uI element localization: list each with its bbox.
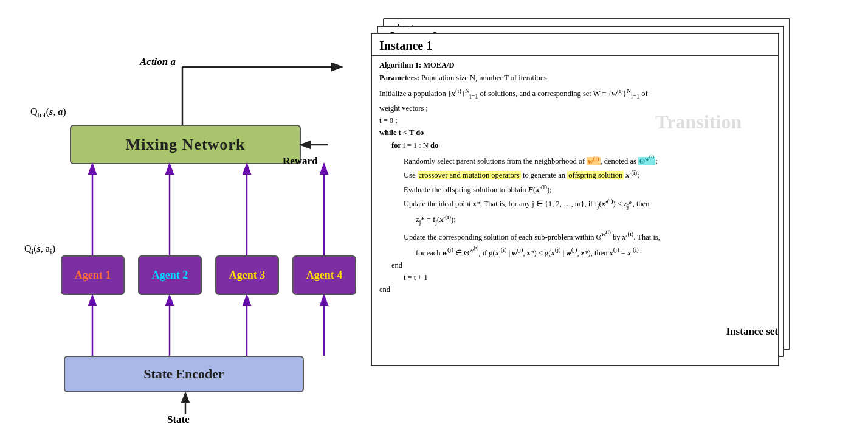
weight-vectors-line: weight vectors ;	[379, 103, 771, 114]
agent-2-label: Agent 2	[152, 269, 188, 282]
while-text: while t < T do	[379, 128, 424, 137]
end-while: end	[379, 284, 771, 296]
for-text: for i = 1 : N do	[391, 141, 438, 150]
mixing-network-label: Mixing Network	[126, 136, 246, 154]
state-encoder-label: State Encoder	[143, 366, 224, 382]
agent-3-label: Agent 3	[229, 269, 266, 282]
qtot-text: Qtot(s, a)	[30, 106, 66, 117]
crossover-highlight: crossover and mutation operators	[418, 171, 521, 179]
qtot-label: Qtot(s, a)	[30, 106, 66, 120]
main-container: Action a Qtot(s, a) Qi(s, ai) Mixing Net…	[0, 0, 868, 441]
theta-highlight: Θw(i)	[638, 157, 655, 165]
init-line-text: Initialize a population {x(i)}Ni=1 of so…	[379, 89, 648, 98]
params-text: Population size N, number T of iteration…	[421, 74, 547, 82]
instance-stack: Instance ... Instance 2 Instance 1 Trans…	[371, 18, 784, 371]
agent-4-box: Agent 4	[292, 255, 356, 295]
qi-text: Qi(s, ai)	[24, 243, 55, 254]
algo-init: Initialize a population {x(i)}Ni=1 of so…	[379, 86, 771, 102]
right-panel: Instance ... Instance 2 Instance 1 Trans…	[359, 12, 850, 429]
while-line: while t < T do	[379, 127, 771, 139]
agent-1-label: Agent 1	[75, 269, 111, 282]
action-var: a	[171, 56, 176, 68]
reward-label: Reward	[283, 155, 318, 167]
t-update: t = t + 1	[379, 272, 771, 283]
for-line: for i = 1 : N do	[379, 140, 771, 151]
line5-1: Update the corresponding solution of eac…	[379, 228, 771, 243]
line4-1: Update the ideal point z*. That is, for …	[379, 196, 771, 212]
instance1-label: Instance 1	[372, 34, 778, 56]
state-encoder-box: State Encoder	[64, 356, 304, 392]
reward-text: Reward	[283, 155, 318, 167]
action-text: Action	[140, 56, 171, 68]
weight-vectors-text: weight vectors ;	[379, 104, 428, 113]
line2: Use crossover and mutation operators to …	[379, 168, 771, 182]
t-init-text: t = 0 ;	[379, 116, 398, 125]
line5-2: for each w(j) ∈ Θw(i), if g(x′(i) | w(j)…	[379, 244, 771, 259]
instance-set-label: Instance set	[726, 325, 778, 338]
agent-1-box: Agent 1	[61, 255, 125, 295]
t-init-line: t = 0 ;	[379, 115, 771, 127]
instance-card-main: Instance 1 Transition Algorithm 1: MOEA/…	[371, 33, 779, 366]
agent-3-box: Agent 3	[215, 255, 279, 295]
algo-params: Parameters: Population size N, number T …	[379, 72, 771, 84]
agents-row: Agent 1 Agent 2 Agent 3 Agent 4	[61, 255, 356, 295]
mixing-network-box: Mixing Network	[70, 125, 301, 164]
state-label: State	[167, 414, 190, 426]
left-panel: Action a Qtot(s, a) Qi(s, ai) Mixing Net…	[18, 12, 359, 429]
offspring-highlight: offspring solution	[567, 171, 624, 179]
end-while-text: end	[379, 285, 390, 294]
end-for: end	[379, 260, 771, 271]
line1: Randomly select parent solutions from th…	[379, 152, 771, 167]
qi-label: Qi(s, ai)	[24, 243, 55, 257]
agent-4-label: Agent 4	[306, 269, 343, 282]
state-text: State	[167, 414, 190, 425]
agent-2-box: Agent 2	[138, 255, 202, 295]
line3: Evaluate the offspring solution to obtai…	[379, 182, 771, 196]
action-label: Action a	[140, 56, 176, 68]
line4-2: zj* = fj(x′(i));	[379, 212, 771, 227]
params-label: Parameters:	[379, 74, 419, 82]
algo-name-text: MOEA/D	[423, 61, 454, 69]
end-for-text: end	[391, 261, 402, 269]
t-update-text: t = t + 1	[404, 273, 428, 282]
algo-content: Transition Algorithm 1: MOEA/D Parameter…	[372, 56, 778, 300]
algo-title: Algorithm 1: MOEA/D	[379, 60, 771, 71]
w-highlight: w(i)	[587, 157, 600, 165]
algo-title-text: Algorithm 1:	[379, 61, 421, 69]
